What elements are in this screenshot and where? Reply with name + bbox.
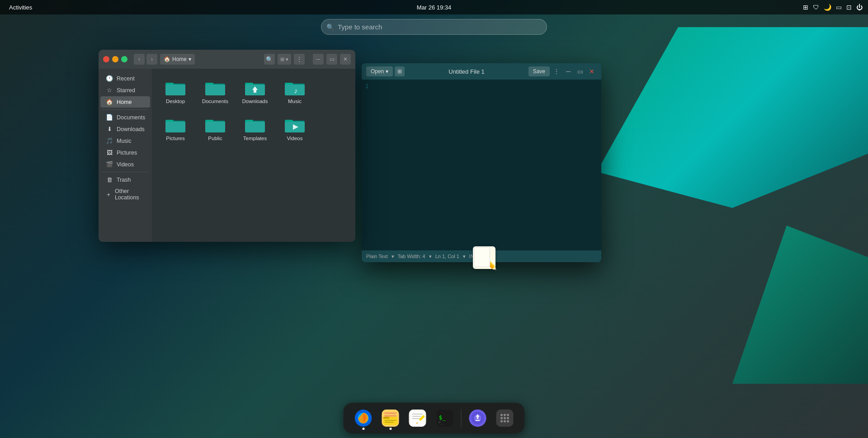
taskbar-item-download[interactable] bbox=[465, 405, 491, 431]
svg-rect-2 bbox=[165, 85, 185, 95]
search-wrapper: 🔍 bbox=[321, 19, 547, 35]
svg-point-61 bbox=[504, 420, 506, 423]
svg-rect-19 bbox=[205, 122, 225, 132]
sidebar-item-music[interactable]: 🎵 Music bbox=[100, 135, 150, 146]
text-editor-content[interactable]: 1 bbox=[362, 80, 601, 250]
sidebar-label-pictures: Pictures bbox=[117, 150, 137, 156]
svg-text:♪: ♪ bbox=[294, 87, 297, 94]
file-manager-maximize-button[interactable] bbox=[121, 56, 127, 62]
svg-rect-36 bbox=[385, 422, 394, 423]
topbar-icons: ⊞ 🛡 🌙 ▭ ⊡ ⏻ bbox=[803, 4, 863, 11]
taskbar-item-firefox[interactable] bbox=[351, 405, 376, 431]
topbar-icon-5[interactable]: ⊡ bbox=[846, 4, 852, 11]
text-editor-window: Open ▾ ⊞ Untitled File 1 Save ⋮ ─ ▭ ✕ 1 … bbox=[362, 63, 601, 262]
back-button[interactable]: ‹ bbox=[134, 54, 145, 65]
sidebar-label-other: Other Locations bbox=[115, 188, 145, 201]
home-path-button[interactable]: 🏠 Home ▾ bbox=[160, 54, 195, 65]
file-manager-nav-buttons: ‹ › bbox=[134, 54, 157, 65]
home-label: Home bbox=[172, 56, 187, 62]
statusbar-position: Ln 1, Col 1 bbox=[435, 254, 459, 259]
sidebar-item-starred[interactable]: ☆ Starred bbox=[100, 85, 150, 96]
svg-rect-35 bbox=[385, 420, 396, 421]
topbar-icon-6[interactable]: ⏻ bbox=[856, 4, 863, 11]
pictures-icon: 🖼 bbox=[106, 149, 113, 156]
sidebar-item-downloads[interactable]: ⬇ Downloads bbox=[100, 123, 150, 135]
folder-grid: Desktop Documents bbox=[157, 74, 350, 145]
file-manager-titlebar: ‹ › 🏠 Home ▾ 🔍 ⊞ ▾ ⋮ ─ ▭ ✕ bbox=[99, 50, 355, 69]
statusbar-separator-2: ▾ bbox=[429, 254, 432, 259]
sidebar-label-starred: Starred bbox=[117, 87, 135, 94]
more-options-button[interactable]: ⋮ bbox=[552, 66, 561, 76]
sidebar-label-home: Home bbox=[117, 99, 132, 105]
download-svg bbox=[469, 410, 486, 427]
topbar-icon-4[interactable]: ▭ bbox=[836, 4, 842, 11]
folder-label-documents: Documents bbox=[202, 99, 228, 104]
sidebar-label-downloads: Downloads bbox=[117, 126, 145, 132]
topbar-icon-2[interactable]: 🛡 bbox=[813, 4, 819, 11]
svg-rect-40 bbox=[412, 416, 421, 417]
topbar-icon-1[interactable]: ⊞ bbox=[803, 4, 808, 11]
taskbar: $_ >_ bbox=[344, 403, 525, 433]
folder-icon-downloads bbox=[244, 78, 266, 97]
view-toggle-button[interactable]: ⊞ ▾ bbox=[278, 54, 291, 65]
sidebar-item-recent[interactable]: 🕐 Recent bbox=[100, 73, 150, 84]
more-options-button[interactable]: ⋮ bbox=[294, 54, 305, 65]
folder-item-videos[interactable]: Videos bbox=[277, 111, 313, 145]
sidebar-item-pictures[interactable]: 🖼 Pictures bbox=[100, 147, 150, 158]
close-button[interactable]: ✕ bbox=[587, 66, 597, 76]
window-restore-button[interactable]: ▭ bbox=[326, 54, 337, 65]
svg-point-58 bbox=[504, 417, 506, 419]
sidebar-item-videos[interactable]: 🎬 Videos bbox=[100, 159, 150, 170]
folder-item-templates[interactable]: Templates bbox=[237, 111, 273, 145]
svg-point-56 bbox=[507, 414, 509, 416]
sidebar-label-videos: Videos bbox=[117, 161, 134, 168]
taskbar-item-terminal[interactable]: $_ >_ bbox=[432, 405, 458, 431]
folder-label-desktop: Desktop bbox=[166, 99, 185, 104]
file-manager-close-button[interactable] bbox=[103, 56, 109, 62]
firefox-icon bbox=[355, 410, 372, 427]
sidebar-item-other-locations[interactable]: + Other Locations bbox=[100, 186, 150, 203]
file-manager-minimize-button[interactable] bbox=[112, 56, 118, 62]
music-icon: 🎵 bbox=[106, 137, 113, 144]
text-editor-desktop-icon[interactable]: ✏️ bbox=[473, 246, 495, 269]
notes-svg bbox=[409, 410, 426, 427]
window-minimize-button[interactable]: ─ bbox=[313, 54, 324, 65]
files-svg bbox=[382, 410, 399, 427]
search-button[interactable]: 🔍 bbox=[264, 54, 275, 65]
topbar-icon-3[interactable]: 🌙 bbox=[824, 4, 831, 11]
search-icon: 🔍 bbox=[326, 24, 334, 31]
search-input[interactable] bbox=[321, 19, 547, 35]
open-extra-button[interactable]: ⊞ bbox=[395, 66, 405, 76]
sidebar-item-home[interactable]: 🏠 Home bbox=[100, 96, 150, 108]
forward-button[interactable]: › bbox=[146, 54, 157, 65]
sidebar-item-trash[interactable]: 🗑 Trash bbox=[100, 174, 150, 185]
open-button[interactable]: Open ▾ bbox=[366, 66, 393, 76]
folder-item-downloads[interactable]: Downloads bbox=[237, 74, 273, 108]
folder-icon-templates bbox=[244, 115, 266, 134]
folder-item-music[interactable]: ♪ Music bbox=[277, 74, 313, 108]
restore-button[interactable]: ▭ bbox=[575, 66, 585, 76]
svg-point-62 bbox=[507, 420, 509, 423]
text-editor-titlebar: Open ▾ ⊞ Untitled File 1 Save ⋮ ─ ▭ ✕ bbox=[362, 63, 601, 80]
files-indicator bbox=[389, 428, 392, 430]
window-close-button[interactable]: ✕ bbox=[340, 54, 351, 65]
taskbar-item-notes[interactable] bbox=[405, 405, 430, 431]
activities-button[interactable]: Activities bbox=[5, 3, 36, 12]
folder-item-desktop[interactable]: Desktop bbox=[157, 74, 193, 108]
videos-icon: 🎬 bbox=[106, 161, 113, 168]
taskbar-item-app-grid[interactable] bbox=[492, 405, 518, 431]
download-manager-icon bbox=[469, 410, 486, 427]
documents-icon: 📄 bbox=[106, 114, 113, 121]
starred-icon: ☆ bbox=[106, 87, 113, 94]
folder-label-public: Public bbox=[208, 136, 222, 141]
save-button[interactable]: Save bbox=[528, 66, 550, 76]
other-locations-icon: + bbox=[106, 191, 111, 198]
taskbar-item-files[interactable] bbox=[378, 405, 403, 431]
sidebar-item-documents[interactable]: 📄 Documents bbox=[100, 112, 150, 123]
folder-item-documents[interactable]: Documents bbox=[197, 74, 233, 108]
svg-rect-5 bbox=[205, 85, 225, 95]
folder-item-public[interactable]: Public bbox=[197, 111, 233, 145]
minimize-button[interactable]: ─ bbox=[563, 66, 573, 76]
folder-item-pictures[interactable]: Pictures bbox=[157, 111, 193, 145]
recent-icon: 🕐 bbox=[106, 75, 113, 82]
